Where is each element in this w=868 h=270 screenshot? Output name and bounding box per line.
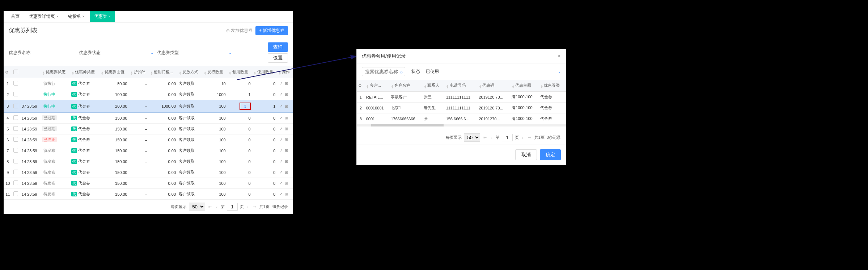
row-checkbox[interactable] xyxy=(13,191,18,196)
claimed[interactable]: 0 xyxy=(227,113,252,124)
qr-icon[interactable]: ⊞ xyxy=(285,137,288,142)
per-page-select[interactable]: 50 xyxy=(464,133,480,142)
sort-icon[interactable]: ▲▼ xyxy=(204,71,207,75)
column-header[interactable]: ▲▼领用数量 xyxy=(227,66,252,78)
page-last-icon[interactable]: ⇥ xyxy=(252,204,257,209)
column-header[interactable]: ▲▼客户名称 xyxy=(389,80,422,92)
table-row[interactable]: 5 14 23:59 已过期 代代金券 150.00 -- 0.00 客户领取 … xyxy=(4,124,293,134)
qr-icon[interactable]: ⊞ xyxy=(285,192,288,196)
row-checkbox[interactable] xyxy=(13,104,18,108)
claimed-highlight[interactable]: 3 xyxy=(240,103,250,110)
tab-item[interactable]: 优惠券× xyxy=(90,11,115,22)
table-row[interactable]: 11 14 23:59 待发布 代代金券 150.00 -- 0.00 客户领取… xyxy=(4,189,293,200)
column-header[interactable]: ▲▼使用数量 xyxy=(252,66,277,78)
column-header[interactable] xyxy=(12,66,20,78)
table-row[interactable]: 1 待执行 代代金券 50.00 -- 0.00 客户领取 10 0 0 ↗⊞ xyxy=(4,78,293,89)
row-checkbox[interactable] xyxy=(13,148,18,153)
page-next-icon[interactable]: › xyxy=(246,205,250,209)
sort-icon[interactable]: ▲▼ xyxy=(479,85,482,88)
settings-button[interactable]: 设置 xyxy=(268,53,288,63)
claimed[interactable]: 1 xyxy=(227,89,252,100)
share-icon[interactable]: ↗ xyxy=(279,116,283,120)
qr-icon[interactable]: ⊞ xyxy=(285,181,288,185)
per-page-select[interactable]: 50 xyxy=(189,203,205,211)
add-coupon-button[interactable]: 新增优惠券 xyxy=(255,26,288,35)
checkbox-all[interactable] xyxy=(13,70,18,74)
column-header[interactable]: ▲▼发放方式 xyxy=(177,66,202,78)
sort-icon[interactable]: ▲▼ xyxy=(446,85,449,88)
claimed[interactable]: 0 xyxy=(227,124,252,134)
row-checkbox[interactable] xyxy=(13,126,18,131)
claimed[interactable]: 0 xyxy=(227,167,252,178)
share-icon[interactable]: ↗ xyxy=(279,81,283,86)
column-header[interactable]: ⚙ xyxy=(357,80,365,92)
column-header[interactable]: ▲▼优惠券类 xyxy=(539,80,566,92)
page-last-icon[interactable]: ⇥ xyxy=(527,135,532,140)
column-header[interactable]: ▲▼操作 xyxy=(277,66,293,78)
table-row[interactable]: 3 07 23:59 执行中 代代金券 200.00 -- 1000.00 客户… xyxy=(4,100,293,113)
table-row[interactable]: 1 RETAIL... 零散客户 张三 11111111111 2019120 … xyxy=(357,92,566,103)
sort-icon[interactable]: ▲▼ xyxy=(150,71,153,75)
horizontal-scrollbar[interactable] xyxy=(357,124,566,126)
sort-icon[interactable]: ▲▼ xyxy=(101,71,104,75)
page-prev-icon[interactable]: ‹ xyxy=(215,205,219,209)
sort-icon[interactable]: ▲▼ xyxy=(130,71,133,75)
sort-icon[interactable]: ▲▼ xyxy=(179,71,182,75)
share-icon[interactable]: ↗ xyxy=(279,148,283,153)
share-icon[interactable]: ↗ xyxy=(279,104,283,108)
column-header[interactable]: ▲▼优惠码 xyxy=(477,80,510,92)
page-input[interactable] xyxy=(227,203,238,211)
page-next-icon[interactable]: › xyxy=(521,136,525,140)
page-input[interactable] xyxy=(502,134,513,141)
sort-icon[interactable]: ▲▼ xyxy=(391,85,394,88)
qr-icon[interactable]: ⊞ xyxy=(285,148,288,153)
column-header[interactable]: ▲▼优惠券面值 xyxy=(99,66,129,78)
share-icon[interactable]: ↗ xyxy=(279,92,283,96)
column-header[interactable]: ▲▼优惠券类型 xyxy=(70,66,99,78)
table-row[interactable]: 6 14 23:59 已终止 代代金券 150.00 -- 0.00 客户领取 … xyxy=(4,134,293,145)
sort-icon[interactable]: ▲▼ xyxy=(540,85,543,88)
page-first-icon[interactable]: ⇤ xyxy=(207,204,213,209)
qr-icon[interactable]: ⊞ xyxy=(285,81,288,86)
sort-icon[interactable]: ▲▼ xyxy=(71,71,74,75)
row-checkbox[interactable] xyxy=(13,159,18,163)
page-prev-icon[interactable]: ‹ xyxy=(490,136,494,140)
filter-status-select[interactable] xyxy=(102,51,149,54)
table-row[interactable]: 4 14 23:59 已过期 代代金券 150.00 -- 0.00 客户领取 … xyxy=(4,113,293,124)
column-header[interactable]: ▲▼使用门槛... xyxy=(149,66,177,78)
sort-icon[interactable]: ▲▼ xyxy=(42,71,45,75)
table-row[interactable]: 9 14 23:59 待发布 代代金券 150.00 -- 0.00 客户领取 … xyxy=(4,167,293,178)
tab-item[interactable]: 首页 xyxy=(7,11,24,22)
qr-icon[interactable]: ⊞ xyxy=(285,116,288,120)
confirm-button[interactable]: 确定 xyxy=(540,149,561,160)
row-checkbox[interactable] xyxy=(13,137,18,142)
modal-search-input[interactable] xyxy=(362,67,405,76)
claimed[interactable]: 0 xyxy=(227,134,252,145)
row-checkbox[interactable] xyxy=(13,115,18,120)
share-icon[interactable]: ↗ xyxy=(279,137,283,142)
tab-close-icon[interactable]: × xyxy=(82,14,85,18)
share-icon[interactable]: ↗ xyxy=(279,126,283,131)
tab-close-icon[interactable]: × xyxy=(56,14,59,18)
tab-item[interactable]: 优惠券详情页× xyxy=(25,11,63,22)
sort-icon[interactable]: ▲▼ xyxy=(512,85,515,88)
column-header[interactable]: ▲▼电话号码 xyxy=(445,80,478,92)
qr-icon[interactable]: ⊞ xyxy=(285,126,288,131)
distribute-coupon-link[interactable]: ⊕ 发放优惠券 xyxy=(226,28,253,34)
row-checkbox[interactable] xyxy=(13,81,18,86)
claimed[interactable]: 0 xyxy=(227,189,252,200)
table-row[interactable]: 7 14 23:59 待发布 代代金券 150.00 -- 0.00 客户领取 … xyxy=(4,145,293,156)
column-header[interactable] xyxy=(20,66,41,78)
page-first-icon[interactable]: ⇤ xyxy=(482,135,488,140)
share-icon[interactable]: ↗ xyxy=(279,181,283,185)
qr-icon[interactable]: ⊞ xyxy=(285,159,288,163)
cancel-button[interactable]: 取消 xyxy=(515,149,537,160)
qr-icon[interactable]: ⊞ xyxy=(285,104,288,108)
table-row[interactable]: 3 0001 17666666666 张 156 6666 6... 20191… xyxy=(357,113,566,124)
search-button[interactable]: 查询 xyxy=(268,42,288,52)
column-header[interactable]: ▲▼发行数量 xyxy=(202,66,227,78)
share-icon[interactable]: ↗ xyxy=(279,159,283,163)
filter-name-input[interactable] xyxy=(32,49,75,57)
gear-icon[interactable]: ⚙ xyxy=(358,83,362,88)
row-checkbox[interactable] xyxy=(13,180,18,185)
